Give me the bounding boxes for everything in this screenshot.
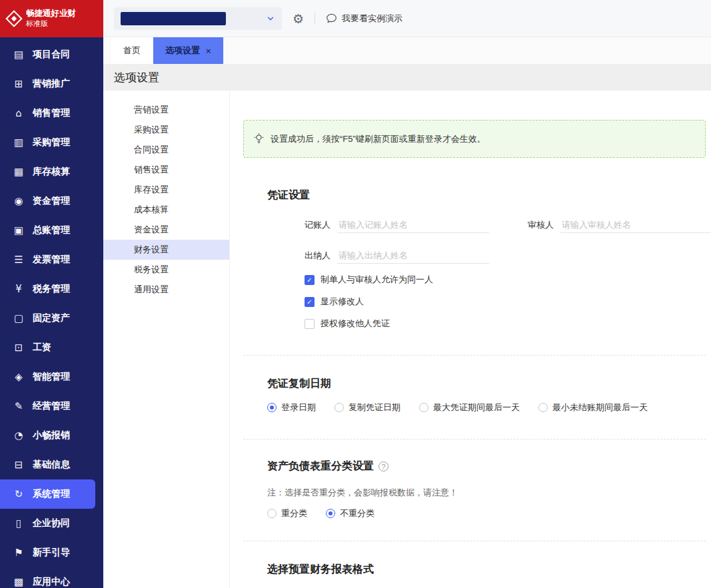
sidebar-item-smart-mgmt[interactable]: ◈智能管理	[0, 362, 103, 392]
brand-logo-icon	[5, 10, 22, 27]
radio-max-period-last-day[interactable]: 最大凭证期间最后一天	[419, 402, 520, 414]
sidebar-item-label: 税务管理	[33, 283, 70, 295]
sidebar-item-label: 新手引导	[33, 547, 70, 559]
section-title-reclassify: 资产负债表重分类设置	[267, 459, 374, 473]
tab-label: 首页	[123, 45, 141, 57]
checkbox-show-modifier[interactable]: ✓显示修改人	[305, 296, 706, 308]
sidebar-item-basic-info[interactable]: ⊟基础信息	[0, 450, 103, 479]
section-divider	[243, 541, 706, 541]
checkbox-authorize-modify-others-box[interactable]	[305, 319, 315, 329]
company-name-redacted	[121, 12, 226, 25]
settings-menu-item-tax-settings[interactable]: 税务设置	[103, 260, 229, 280]
sidebar-item-label: 库存核算	[33, 166, 70, 178]
brand-edition: 标准版	[26, 19, 76, 29]
brand-logo: 畅捷通好业财 标准版	[0, 0, 103, 37]
radio-min-unclosed-period-last-day[interactable]: 最小未结账期间最后一天	[538, 402, 648, 414]
chat-bubble-icon	[326, 13, 337, 23]
sidebar-item-invoice-mgmt[interactable]: ☰发票管理	[0, 245, 103, 274]
purchase-mgmt-icon: ▥	[12, 137, 25, 148]
section-title-copy-date: 凭证复制日期	[267, 377, 706, 391]
reviewer-field: 审核人	[528, 217, 711, 233]
tab-home[interactable]: 首页	[111, 37, 153, 64]
settings-menu-item-sales-settings[interactable]: 销售设置	[103, 160, 229, 180]
sidebar: 畅捷通好业财 标准版 ▤项目合同⊞营销推广⌂销售管理▥采购管理▦库存核算◉资金管…	[0, 0, 103, 588]
settings-menu-item-contract-settings[interactable]: 合同设置	[103, 140, 229, 160]
sidebar-item-label: 企业协同	[33, 517, 70, 529]
sidebar-item-label: 经营管理	[33, 400, 70, 412]
close-icon[interactable]: ×	[206, 46, 211, 56]
general-ledger-icon: ▣	[12, 224, 25, 236]
radio-no-reclassify[interactable]: 不重分类	[326, 507, 374, 519]
sidebar-item-xiaochang-expense[interactable]: ◔小畅报销	[0, 421, 103, 450]
company-selector[interactable]	[114, 7, 282, 30]
sidebar-item-business-mgmt[interactable]: ✎经营管理	[0, 392, 103, 421]
reviewer-input[interactable]	[560, 217, 711, 233]
sidebar-item-label: 智能管理	[33, 371, 70, 383]
sidebar-item-inventory-accounting[interactable]: ▦库存核算	[0, 157, 103, 186]
sidebar-item-sales-mgmt[interactable]: ⌂销售管理	[0, 99, 103, 128]
sidebar-item-enterprise-collab[interactable]: ▯企业协同	[0, 509, 103, 538]
form-row: 出纳人	[305, 248, 706, 264]
tab-label: 选项设置	[165, 45, 200, 57]
tab-bar: 首页 选项设置 ×	[103, 37, 711, 64]
sidebar-item-fixed-assets[interactable]: ▢固定资产	[0, 304, 103, 333]
radio-max-period-last-day-dot	[419, 403, 428, 412]
sales-mgmt-icon: ⌂	[12, 107, 25, 119]
sidebar-item-system-mgmt[interactable]: ↻系统管理	[0, 479, 95, 509]
radio-label: 最大凭证期间最后一天	[433, 402, 520, 414]
reviewer-label: 审核人	[528, 219, 554, 231]
settings-menu-item-purchase-settings[interactable]: 采购设置	[103, 120, 229, 140]
settings-menu-item-marketing-settings[interactable]: 营销设置	[103, 100, 229, 120]
sidebar-item-label: 资金管理	[33, 195, 70, 207]
settings-menu-item-finance-settings[interactable]: 财务设置	[103, 240, 229, 260]
brand-name: 畅捷通好业财	[26, 9, 76, 19]
settings-gear-button[interactable]: ⚙	[293, 11, 304, 26]
radio-copy-voucher-date[interactable]: 复制凭证日期	[335, 402, 400, 414]
checkbox-authorize-modify-others[interactable]: 授权修改他人凭证	[305, 318, 706, 330]
sidebar-item-label: 小畅报销	[33, 430, 70, 441]
sidebar-item-project-contract[interactable]: ▤项目合同	[0, 40, 103, 69]
sidebar-item-app-center[interactable]: ▩应用中心	[0, 567, 103, 588]
radio-label: 登录日期	[281, 402, 316, 414]
page-title: 选项设置	[103, 64, 711, 91]
reclassify-options: 重分类不重分类	[267, 507, 706, 519]
demo-link[interactable]: 我要看实例演示	[326, 13, 402, 25]
help-icon[interactable]: ?	[378, 461, 388, 471]
inventory-accounting-icon: ▦	[12, 166, 25, 178]
tab-options-settings[interactable]: 选项设置 ×	[153, 37, 224, 64]
voucher-fields: 记账人审核人出纳人	[243, 217, 706, 264]
cashier-label: 出纳人	[305, 250, 331, 262]
sidebar-item-purchase-mgmt[interactable]: ▥采购管理	[0, 128, 103, 157]
notice-text: 设置成功后，须按“F5”键刷新页面或重新登录才会生效。	[271, 133, 486, 145]
settings-panel: 设置成功后，须按“F5”键刷新页面或重新登录才会生效。 凭证设置 记账人审核人出…	[230, 91, 711, 588]
radio-login-date[interactable]: 登录日期	[267, 402, 316, 414]
sidebar-item-beginner-guide[interactable]: ⚑新手引导	[0, 538, 103, 567]
radio-label: 重分类	[281, 507, 307, 519]
checkbox-same-person-box[interactable]: ✓	[305, 275, 315, 285]
radio-login-date-dot	[267, 403, 277, 412]
bookkeeper-label: 记账人	[305, 219, 331, 231]
settings-menu-item-general-settings[interactable]: 通用设置	[103, 280, 229, 300]
sidebar-item-general-ledger[interactable]: ▣总账管理	[0, 216, 103, 245]
checkbox-same-person[interactable]: ✓制单人与审核人允许为同一人	[305, 274, 706, 286]
app-window: 畅捷通好业财 标准版 ▤项目合同⊞营销推广⌂销售管理▥采购管理▦库存核算◉资金管…	[0, 0, 711, 588]
checkbox-show-modifier-box[interactable]: ✓	[305, 297, 315, 307]
radio-no-reclassify-dot	[326, 509, 335, 518]
cashier-input[interactable]	[337, 248, 489, 264]
tax-mgmt-icon: ¥	[12, 283, 25, 295]
chevron-down-icon	[266, 14, 275, 23]
sidebar-item-marketing-promo[interactable]: ⊞营销推广	[0, 69, 103, 99]
sidebar-item-tax-mgmt[interactable]: ¥税务管理	[0, 274, 103, 304]
settings-menu-item-funds-settings[interactable]: 资金设置	[103, 220, 229, 240]
lightbulb-icon	[253, 133, 265, 145]
sidebar-item-funds-mgmt[interactable]: ◉资金管理	[0, 186, 103, 216]
notice-banner: 设置成功后，须按“F5”键刷新页面或重新登录才会生效。	[243, 120, 706, 158]
section-title-voucher: 凭证设置	[267, 188, 706, 202]
bookkeeper-input[interactable]	[337, 217, 489, 233]
sidebar-item-label: 基础信息	[33, 459, 70, 471]
sidebar-item-payroll[interactable]: ⊡工资	[0, 333, 103, 362]
cashier-field: 出纳人	[305, 248, 489, 264]
radio-reclassify[interactable]: 重分类	[267, 507, 307, 519]
settings-menu-item-inventory-settings[interactable]: 库存设置	[103, 180, 229, 200]
settings-menu-item-cost-accounting[interactable]: 成本核算	[103, 200, 229, 220]
